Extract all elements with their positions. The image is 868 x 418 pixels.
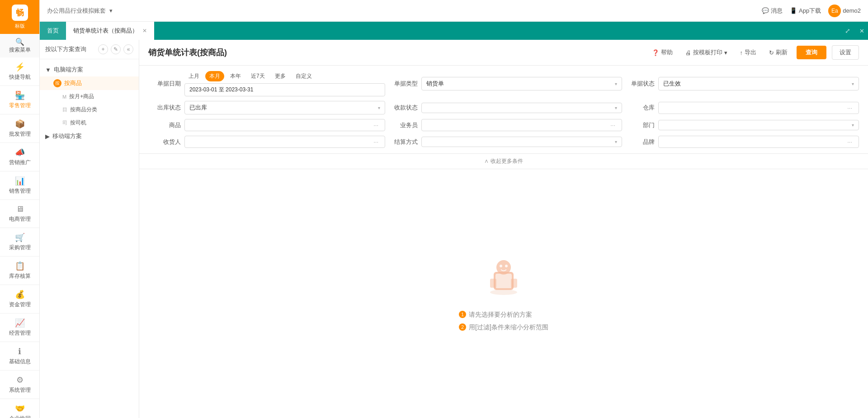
app-download-btn[interactable]: 📱 App下载: [790, 7, 821, 15]
category-icon: 目: [62, 106, 67, 113]
product-label: 商品: [148, 121, 184, 129]
tree-item-by-brand[interactable]: 司 按司机: [40, 116, 139, 129]
date-range-input[interactable]: 2023-03-01 至 2023-03-31: [184, 83, 385, 96]
sidebar-item-enterprise[interactable]: 🤝 企业协同: [0, 399, 39, 418]
sidebar-search[interactable]: 🔍 搜索菜单: [0, 34, 39, 57]
shortcut-more[interactable]: 更多: [271, 71, 290, 81]
product-input[interactable]: ···: [184, 119, 385, 131]
sidebar-item-basic[interactable]: ℹ 基础信息: [0, 342, 39, 370]
settings-btn[interactable]: 设置: [832, 45, 859, 60]
tree-item-by-month-product[interactable]: M 按月+商品: [40, 90, 139, 103]
page-header: 销货单统计表(按商品) ❓ 帮助 🖨 按模板打印 ▾ ↑ 导出: [139, 40, 868, 66]
doc-type-cell: 单据类型 销货单 ▾: [385, 77, 622, 90]
refresh-btn[interactable]: ↻ 刷新: [765, 47, 791, 58]
payment-status-select[interactable]: ▾: [421, 103, 622, 113]
warehouse-status-value: 已出库: [189, 104, 207, 112]
app-subtitle: 标版: [15, 23, 25, 29]
tree-item-by-category[interactable]: 目 按商品分类: [40, 103, 139, 116]
doc-type-select[interactable]: 销货单 ▾: [421, 77, 622, 90]
export-icon: ↑: [740, 49, 743, 56]
enterprise-label: 企业协同: [9, 415, 31, 418]
right-panel: 销货单统计表(按商品) ❓ 帮助 🖨 按模板打印 ▾ ↑ 导出: [139, 40, 868, 418]
payment-status-cell: 收款状态 ▾: [385, 103, 622, 113]
sidebar-item-marketing[interactable]: 📣 营销推广: [0, 143, 39, 171]
doc-status-value: 已生效: [663, 80, 681, 88]
mobile-group-arrow: ▶: [45, 133, 50, 140]
shortcut-this-year[interactable]: 本年: [226, 71, 245, 81]
svg-rect-6: [490, 279, 496, 288]
inventory-label: 库存核算: [9, 272, 31, 280]
panel-add-btn[interactable]: +: [98, 44, 108, 54]
tree-group-mobile[interactable]: ▶ 移动端方案: [40, 129, 139, 143]
maximize-btn[interactable]: ⤢: [840, 27, 856, 34]
warehouse-input[interactable]: ···: [658, 102, 859, 114]
recipient-dots[interactable]: ···: [372, 138, 380, 145]
tree-item-by-product[interactable]: 按 按商品: [40, 76, 139, 90]
sidebar-item-shortcut[interactable]: ⚡ 快捷导航: [0, 57, 39, 86]
message-icon: 💬: [762, 7, 769, 14]
svg-rect-2: [495, 274, 512, 288]
sidebar-item-system[interactable]: ⚙ 系统管理: [0, 370, 39, 399]
doc-status-select[interactable]: 已生效 ▾: [658, 77, 859, 90]
payment-method-cell: 结算方式 ▾: [385, 137, 622, 147]
marketing-label: 营销推广: [9, 159, 31, 166]
operations-label: 经营管理: [9, 329, 31, 337]
wholesale-label: 批发管理: [9, 130, 31, 138]
panel-collapse-btn[interactable]: «: [123, 44, 133, 54]
shortcut-custom[interactable]: 自定义: [292, 71, 316, 81]
brand-input[interactable]: ···: [658, 136, 859, 148]
sidebar-item-inventory[interactable]: 📋 库存核算: [0, 256, 39, 285]
warehouse-cell: 仓库 ···: [622, 102, 859, 114]
sidebar-item-purchase[interactable]: 🛒 采购管理: [0, 228, 39, 256]
user-area[interactable]: Ea demo2: [828, 5, 861, 17]
finance-icon: 💰: [15, 290, 25, 299]
export-btn[interactable]: ↑ 导出: [736, 47, 760, 58]
tip-text-2: 用[过滤]条件来缩小分析范围: [469, 321, 548, 333]
refresh-label: 刷新: [776, 48, 788, 57]
collapse-bar[interactable]: ∧ 收起更多条件: [139, 154, 868, 169]
messages-btn[interactable]: 💬 消息: [762, 7, 783, 15]
tab-report[interactable]: 销货单统计表（按商品） ✕: [66, 22, 154, 40]
sidebar-item-wholesale[interactable]: 📦 批发管理: [0, 114, 39, 143]
salesperson-dots[interactable]: ···: [609, 122, 617, 128]
warehouse-dots[interactable]: ···: [845, 104, 854, 111]
salesperson-input[interactable]: ···: [421, 119, 622, 131]
tab-home[interactable]: 首页: [40, 22, 66, 40]
tree-group-pc[interactable]: ▼ 电脑端方案: [40, 63, 139, 76]
product-dots[interactable]: ···: [372, 122, 380, 128]
brand-dots[interactable]: ···: [845, 138, 854, 145]
recipient-label: 收货人: [148, 138, 184, 146]
sidebar-item-ecommerce[interactable]: 🖥 电商管理: [0, 200, 39, 228]
payment-method-select[interactable]: ▾: [421, 137, 622, 147]
print-label: 按模板打印: [693, 48, 722, 57]
warehouse-status-arrow: ▾: [378, 105, 380, 110]
dropdown-icon[interactable]: ▾: [109, 7, 113, 14]
sidebar-item-retail[interactable]: 🏪 零售管理: [0, 86, 39, 114]
shortcut-last-month[interactable]: 上月: [184, 71, 203, 81]
shortcut-7days[interactable]: 近7天: [247, 71, 269, 81]
username: demo2: [843, 7, 861, 14]
shortcut-this-month[interactable]: 本月: [205, 71, 224, 81]
filter-row-2: 出库状态 已出库 ▾ 收款状态 ▾ 仓库: [148, 101, 859, 114]
dept-input[interactable]: ▾: [658, 120, 859, 130]
recipient-input[interactable]: ···: [184, 136, 385, 148]
help-btn[interactable]: ❓ 帮助: [648, 47, 676, 58]
sidebar-item-operations[interactable]: 📈 经营管理: [0, 314, 39, 342]
ecommerce-icon: 🖥: [16, 204, 24, 214]
panel-title: 按以下方案查询: [45, 45, 86, 53]
print-dropdown-icon[interactable]: ▾: [724, 49, 727, 56]
sidebar-item-sales[interactable]: 📊 销售管理: [0, 171, 39, 200]
template-print-btn[interactable]: 🖨 按模板打印 ▾: [682, 47, 731, 58]
sidebar-item-finance[interactable]: 💰 资金管理: [0, 285, 39, 314]
marketing-icon: 📣: [15, 147, 25, 157]
app-logo[interactable]: 畅 标版: [0, 0, 40, 34]
tab-close-btn[interactable]: ✕: [142, 28, 147, 34]
pc-group-arrow: ▼: [45, 66, 51, 73]
filter-row-4: 收货人 ··· 结算方式 ▾ 品牌: [148, 136, 859, 148]
panel-edit-btn[interactable]: ✎: [111, 44, 121, 54]
logo-icon: 畅: [12, 5, 28, 21]
home-tab-label: 首页: [47, 27, 59, 35]
warehouse-status-select[interactable]: 已出库 ▾: [184, 101, 385, 114]
close-window-btn[interactable]: ✕: [856, 28, 868, 34]
query-btn[interactable]: 查询: [797, 46, 826, 59]
